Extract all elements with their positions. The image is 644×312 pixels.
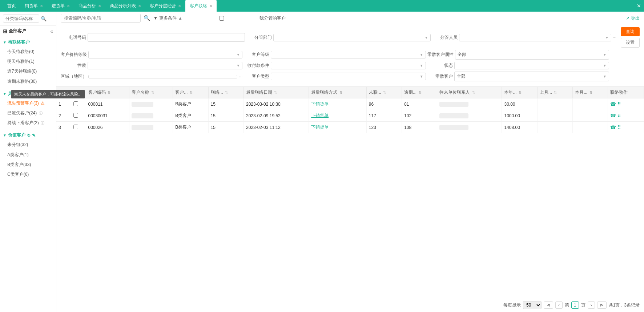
manager-ellipsis[interactable]: ··· [613, 35, 616, 40]
filter-select-nature[interactable]: ▼ [88, 62, 242, 69]
action-more-icon-2[interactable]: ⠿ [617, 125, 621, 130]
sidebar-all-customers[interactable]: ⊞ 全部客户 « [0, 26, 56, 36]
my-customers-check[interactable]: 我分管的客户 [185, 15, 286, 21]
filter-select-customer-level[interactable]: ▼ [271, 51, 426, 58]
prev-page-button[interactable]: ‹ [555, 301, 563, 309]
filter-select-customer-type[interactable]: ▼ [271, 73, 426, 80]
region-ellipsis[interactable]: ··· [239, 74, 242, 79]
cell-uncontacted: 123 [366, 122, 402, 133]
sidebar-item-today[interactable]: 今天待联络(0) [0, 47, 56, 57]
filter-select-retail-customer[interactable]: 全部 ▼ [454, 72, 609, 81]
tab-close-product-list[interactable]: ✕ [138, 4, 141, 8]
filter-cell-retail-customer: 零散客户 全部 ▼ [427, 72, 609, 81]
filter-input-phone[interactable] [88, 33, 245, 42]
action-more-icon-1[interactable]: ⠿ [617, 113, 621, 118]
sort-icon-this-month[interactable]: ⇅ [589, 90, 592, 94]
col-header-name: 客户名称 ⇅ [129, 87, 173, 98]
sidebar-search-icon[interactable]: 🔍 [41, 16, 47, 21]
sort-icon-name[interactable]: ⇅ [151, 90, 154, 94]
tab-close-purchase[interactable]: ✕ [67, 4, 70, 8]
last-method-link-1[interactable]: 下销货单 [311, 113, 329, 118]
action-more-icon-0[interactable]: ⠿ [617, 101, 621, 107]
row-checkbox-0[interactable] [73, 101, 78, 106]
tab-close-product-analysis[interactable]: ✕ [98, 4, 101, 8]
query-button[interactable]: 查询 [621, 27, 640, 36]
filter-select-manager[interactable]: ▼ [459, 34, 611, 41]
filter-select-status[interactable]: ▼ [454, 62, 609, 69]
last-method-link-0[interactable]: 下销货单 [311, 101, 329, 106]
next-page-button[interactable]: › [588, 301, 595, 309]
sidebar-item-overdue[interactable]: 逾期未联络(30) [0, 77, 56, 86]
filter-search-button[interactable]: 🔍 [144, 15, 150, 21]
tab-product-analysis[interactable]: 商品分析 ✕ [74, 0, 105, 12]
tab-product-list[interactable]: 商品分析列表 ✕ [105, 0, 145, 12]
refresh-icon-value[interactable]: ↻ [27, 133, 31, 138]
edit-icon-value[interactable]: ✎ [32, 133, 36, 138]
sidebar-item-churned[interactable]: 已流失客户(24) ⓘ [0, 108, 56, 118]
sort-icon-last-date[interactable]: ⇅ [274, 90, 277, 94]
sidebar-group-value-title[interactable]: ▼ 价值客户 ↻ ✎ [0, 131, 56, 140]
sort-icon-contact-person[interactable]: ⇅ [472, 90, 475, 94]
sort-icon-code[interactable]: ⇅ [108, 90, 110, 94]
my-customers-checkbox[interactable] [185, 16, 258, 21]
filter-cell-region: 区域（地区） ··· [61, 73, 242, 80]
action-contact-icon-1[interactable]: ☎ [610, 113, 616, 118]
sort-icon-contact-count[interactable]: ⇅ [225, 90, 228, 94]
sort-icon-last-method[interactable]: ⇅ [339, 90, 342, 94]
per-page-select[interactable]: 50 100 [523, 301, 542, 309]
export-button[interactable]: ↗ 导出 [626, 15, 640, 21]
settings-button[interactable]: 设置 [621, 38, 640, 48]
cell-code: 000011 [86, 98, 129, 110]
sort-icon-uncontacted[interactable]: ⇅ [383, 90, 386, 94]
filter-cell-customer-level: 客户等级 ▼ [244, 51, 426, 58]
sort-icon-overdue[interactable]: ⇅ [419, 90, 422, 94]
action-contact-icon-0[interactable]: ☎ [610, 101, 616, 107]
sidebar-item-b-class[interactable]: B类客户(33) [0, 160, 56, 170]
tab-purchase[interactable]: 进货单 ✕ [47, 0, 74, 12]
tab-close-customer-segment[interactable]: ✕ [178, 4, 181, 8]
sidebar-item-tomorrow[interactable]: 明天待联络(1) [0, 57, 56, 66]
sidebar-group-pending-title[interactable]: ▼ 待联络客户 [0, 38, 56, 47]
filter-select-payment[interactable]: ▼ [271, 62, 426, 69]
action-contact-icon-2[interactable]: ☎ [610, 125, 616, 130]
sidebar-search-input[interactable] [3, 15, 39, 23]
tab-customer-contact[interactable]: 客户联络 ✕ [185, 0, 217, 12]
sort-icon-this-year[interactable]: ⇅ [519, 90, 522, 94]
sidebar-item-7days[interactable]: 近7天待联络(0) [0, 66, 56, 76]
cell-contact-person [437, 122, 502, 133]
filter-more-conditions[interactable]: ▼ 更多条件 ▲ [153, 15, 182, 21]
table-header-row: ⚙ 客户编码 ⇅ 客户名称 ⇅ 客户.. [56, 87, 644, 98]
filter-select-price-level[interactable]: ▼ [88, 51, 242, 58]
close-window-button[interactable]: ✕ [637, 3, 641, 9]
main-layout: 🔍 ⊞ 全部客户 « ▼ 待联络客户 今天待联络(0) 明天待联络(1) 近7天… [0, 12, 644, 312]
sidebar-item-churn-warning[interactable]: 流失预警客户(3) ⚠ [0, 98, 56, 108]
tab-sales-order[interactable]: 销货单 ✕ [20, 0, 47, 12]
row-checkbox-2[interactable] [73, 125, 78, 129]
sidebar-item-ungrouped[interactable]: 未分组(32) [0, 140, 56, 150]
sidebar-item-a-class[interactable]: A类客户(1) [0, 150, 56, 160]
cell-checkbox [71, 122, 86, 133]
cell-uncontacted: 117 [366, 110, 402, 122]
sort-icon-type[interactable]: ⇅ [190, 90, 193, 94]
cell-code: 00030031 [86, 110, 129, 122]
tab-home[interactable]: 首页 [3, 0, 20, 12]
tab-customer-segment[interactable]: 客户分层经营 ✕ [145, 0, 185, 12]
cell-last-method: 下销货单 [309, 110, 367, 122]
filter-select-retail-attr[interactable]: 全部 ▼ [455, 50, 609, 60]
tab-close-customer-contact[interactable]: ✕ [209, 4, 212, 8]
last-method-link-2[interactable]: 下销货单 [311, 125, 329, 130]
filter-select-dept[interactable]: ▼ [273, 34, 431, 41]
sort-icon-last-month[interactable]: ⇅ [554, 90, 557, 94]
row-checkbox-1[interactable] [73, 113, 78, 118]
search-input[interactable] [61, 14, 141, 23]
sidebar-item-c-class[interactable]: C类客户(6) [0, 170, 56, 179]
col-header-this-month: 本月... ⇅ [573, 87, 608, 98]
sidebar-item-declining[interactable]: 持续下滑客户(2) ⓘ [0, 118, 56, 128]
filter-select-region[interactable] [88, 75, 237, 78]
tab-close-sales[interactable]: ✕ [40, 4, 43, 8]
sidebar-group-risk: ▼ 风险客户 90天未交易的客户，可能有流失风险。 流失预警客户(3) ⚠ 已流… [0, 88, 56, 130]
first-page-button[interactable]: ⊲ [544, 301, 553, 309]
last-page-button[interactable]: ⊳ [597, 301, 607, 309]
col-header-type: 客户... ⇅ [173, 87, 208, 98]
sidebar-collapse-icon[interactable]: « [50, 28, 53, 34]
